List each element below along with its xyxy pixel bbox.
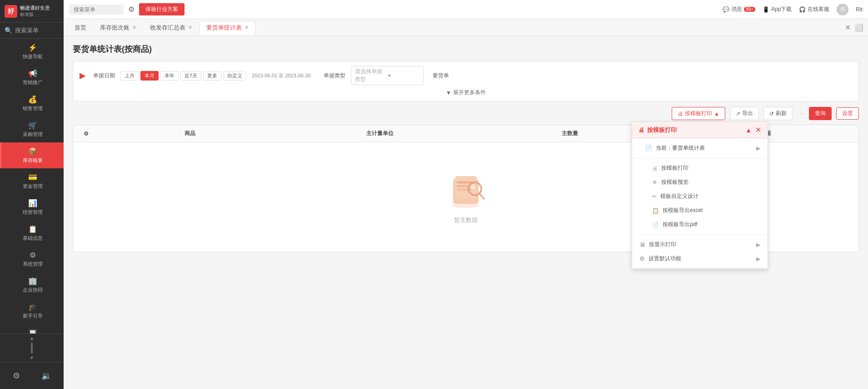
unit-column-header: 主计量单位 [285, 130, 475, 137]
export-btn[interactable]: ↗ 导出 [730, 107, 759, 120]
settings-bottom-btn[interactable]: ⚙ [10, 368, 23, 384]
type-select-value: 请选择单据类型 [355, 68, 387, 83]
sidebar-scroll-up[interactable]: ▲ [30, 336, 34, 341]
settings-btn[interactable]: 设置 [836, 107, 859, 120]
set-default-item[interactable]: ⚙ 设置默认功能 ▶ [632, 252, 768, 266]
order-type-label: 要货单 [433, 72, 449, 80]
sidebar-scroll-thumb [31, 343, 33, 354]
sidebar-item-marketing[interactable]: 📢 营销推广 [0, 65, 64, 91]
display-print-chevron: ▶ [756, 242, 760, 248]
template-export-excel-item[interactable]: 📋 按模板导出excel [632, 203, 768, 217]
date-last-month-btn[interactable]: 上月 [120, 71, 139, 81]
sales-icon: 💰 [28, 95, 37, 104]
sidebar-item-apps[interactable]: 🔲 应用中心 [0, 324, 64, 333]
date-last-7days-btn[interactable]: 近7天 [180, 71, 201, 81]
print-dropdown-title: 🖨 按模板打印 [639, 126, 677, 134]
export-icon: ↗ [736, 111, 740, 117]
excel-icon: 📋 [652, 207, 659, 214]
current-template-section: 📄 当前：要货单统计表 ▶ [632, 138, 768, 158]
template-print-icon: 🖨 [652, 165, 658, 172]
marketing-icon: 📢 [28, 69, 37, 78]
sidebar-item-purchase[interactable]: 🛒 采购管理 [0, 116, 64, 142]
sidebar-item-enterprise[interactable]: 🏢 企业协同 [0, 272, 64, 298]
window-controls: ✕ ⬜ [845, 23, 863, 32]
sidebar-search[interactable]: 🔍 搜索菜单 [0, 23, 64, 39]
current-template-item[interactable]: 📄 当前：要货单统计表 ▶ [632, 141, 768, 155]
template-design-item[interactable]: ✏ 模板自定义设计 [632, 189, 768, 203]
tab-close-inventory-batch[interactable]: ✕ [132, 25, 136, 30]
app-download-btn[interactable]: 📱 App下载 [763, 5, 792, 13]
tab-close-order-stats[interactable]: ✕ [244, 25, 249, 30]
chevron-down-icon: ▼ [387, 73, 419, 78]
tab-inventory-batch[interactable]: 库存批次账 ✕ [94, 21, 143, 35]
action-bar: 🖨 按模板打印 ▲ ↗ 导出 ↺ 刷新 ⋯ 查询 设置 🖨 按模板打印 [73, 107, 859, 120]
refresh-btn[interactable]: ↺ 刷新 [763, 107, 793, 120]
topbar-search-input[interactable] [69, 5, 124, 15]
finance-icon: 💳 [28, 173, 37, 182]
content-area: 要货单统计表(按商品) ▶ 单据日期 上月 本月 本年 近7天 更多 自定义 2… [64, 36, 868, 389]
message-btn[interactable]: 💬 消息 99+ [723, 5, 755, 13]
more-actions-btn[interactable]: ⋯ [797, 109, 804, 118]
user-avatar[interactable]: 用 [837, 4, 848, 15]
sidebar-item-shortcut[interactable]: ⚡ 快捷导航 [0, 39, 64, 65]
guide-icon: 🎓 [28, 303, 37, 311]
svg-point-8 [471, 185, 475, 189]
set-default-chevron: ▶ [756, 256, 760, 262]
message-icon: 💬 [723, 6, 729, 13]
date-current-year-btn[interactable]: 本年 [160, 71, 179, 81]
sidebar: 好 畅捷通好生意 标准版 🔍 搜索菜单 ⚡ 快捷导航 📢 营销推广 💰 销售管理… [0, 0, 64, 389]
type-filter-label: 单据类型 [324, 72, 345, 80]
date-current-month-btn[interactable]: 本月 [140, 71, 159, 81]
template-preview-item[interactable]: 👁 按模板预览 [632, 175, 768, 189]
type-select[interactable]: 请选择单据类型 ▼ [351, 66, 424, 85]
empty-svg [443, 170, 489, 211]
app-logo-icon: 好 [5, 5, 17, 18]
sidebar-logo: 好 畅捷通好生意 标准版 [0, 0, 64, 23]
expand-btn[interactable]: ▼ 展开更多条件 [446, 89, 486, 96]
close-window-btn[interactable]: ✕ [845, 23, 851, 32]
display-print-icon: 🖥 [639, 241, 645, 248]
print-btn[interactable]: 🖨 按模板打印 ▲ [672, 107, 725, 120]
date-custom-btn[interactable]: 自定义 [223, 71, 246, 81]
query-btn[interactable]: 查询 [809, 107, 832, 120]
service-icon: 🎧 [799, 6, 806, 13]
search-icon: 🔍 [5, 27, 12, 34]
print-header-icon: 🖨 [639, 126, 644, 133]
filter-row: ▶ 单据日期 上月 本月 本年 近7天 更多 自定义 2023-06-01 至 … [80, 66, 852, 85]
sidebar-item-inventory[interactable]: 📦 库存核算 [0, 142, 64, 168]
filter-collapse-icon[interactable]: ▶ [80, 71, 86, 81]
tab-home[interactable]: 首页 [68, 21, 93, 35]
sidebar-item-guide[interactable]: 🎓 新手引导 [0, 298, 64, 324]
sidebar-scroll-down[interactable]: ▼ [30, 355, 34, 360]
display-print-item[interactable]: 🖥 按显示打印 ▶ [632, 237, 768, 252]
empty-illustration [443, 170, 489, 211]
experience-btn[interactable]: 体验行业方案 [139, 3, 185, 15]
sidebar-item-basic[interactable]: 📋 基础信息 [0, 220, 64, 246]
audio-bottom-btn[interactable]: 🔉 [39, 368, 54, 384]
main-area: ⚙ 体验行业方案 💬 消息 99+ 📱 App下载 🎧 在线客服 用 Rit 首… [64, 0, 868, 389]
dropdown-up-arrow[interactable]: ▲ [745, 126, 752, 134]
online-service-btn[interactable]: 🎧 在线客服 [799, 5, 829, 13]
maximize-window-btn[interactable]: ⬜ [854, 23, 863, 32]
settings-column-header[interactable]: ⚙ [77, 131, 95, 137]
empty-text: 暂无数据 [454, 216, 478, 224]
sidebar-item-finance[interactable]: 💳 资金管理 [0, 168, 64, 194]
tab-close-receivables[interactable]: ✕ [188, 25, 192, 30]
basic-icon: 📋 [28, 225, 37, 233]
template-export-pdf-item[interactable]: 📄 按模板导出pdf [632, 217, 768, 232]
template-print-item[interactable]: 🖨 按模板打印 [632, 161, 768, 175]
sidebar-item-sales[interactable]: 💰 销售管理 [0, 91, 64, 116]
date-filter-label: 单据日期 [93, 72, 115, 80]
purchase-icon: 🛒 [28, 121, 37, 130]
sidebar-item-business[interactable]: 📊 经营管理 [0, 194, 64, 220]
print-dropdown-close-btn[interactable]: ✕ [755, 126, 761, 134]
tab-receivables[interactable]: 收发存汇总表 ✕ [144, 21, 199, 35]
refresh-icon: ↺ [769, 111, 774, 117]
expand-bar: ▼ 展开更多条件 [80, 89, 852, 96]
sidebar-item-system[interactable]: ⚙ 系统管理 [0, 246, 64, 272]
date-more-btn[interactable]: 更多 [203, 71, 221, 81]
set-default-icon: ⚙ [639, 255, 645, 262]
template-design-icon: ✏ [652, 193, 657, 200]
tab-order-stats[interactable]: 要货单统计表 ✕ [200, 21, 255, 35]
gear-icon[interactable]: ⚙ [128, 5, 135, 14]
